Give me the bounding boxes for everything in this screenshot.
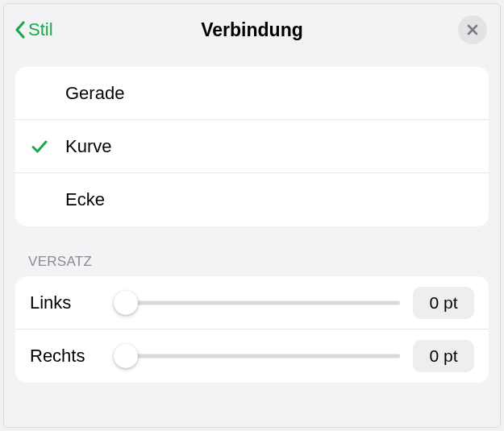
panel-header: Stil Verbindung bbox=[4, 4, 500, 52]
offset-section-header: Versatz bbox=[28, 254, 476, 270]
slider-thumb[interactable] bbox=[114, 291, 138, 315]
offset-slider-links[interactable] bbox=[115, 291, 400, 315]
close-button[interactable] bbox=[458, 15, 487, 44]
list-item-label: Ecke bbox=[65, 189, 105, 210]
connection-type-gerade[interactable]: Gerade bbox=[15, 67, 489, 120]
offset-label: Rechts bbox=[30, 346, 102, 367]
list-item-label: Gerade bbox=[65, 83, 124, 104]
panel-title: Verbindung bbox=[201, 19, 303, 41]
back-button[interactable]: Stil bbox=[14, 19, 53, 40]
slider-thumb[interactable] bbox=[114, 344, 138, 368]
slider-track bbox=[115, 300, 400, 305]
offset-group: Links 0 pt Rechts 0 pt bbox=[15, 276, 489, 383]
connection-type-list: Gerade Kurve Ecke bbox=[15, 67, 489, 226]
close-icon bbox=[466, 23, 479, 36]
connection-type-kurve[interactable]: Kurve bbox=[15, 120, 489, 173]
offset-value-rechts[interactable]: 0 pt bbox=[413, 340, 474, 372]
chevron-left-icon bbox=[14, 20, 27, 39]
offset-row-rechts: Rechts 0 pt bbox=[15, 329, 489, 383]
connection-panel: Stil Verbindung Gerade Kurve bbox=[3, 3, 501, 428]
offset-row-links: Links 0 pt bbox=[15, 276, 489, 329]
checkmark-icon bbox=[30, 137, 49, 156]
offset-label: Links bbox=[30, 292, 102, 313]
offset-slider-rechts[interactable] bbox=[115, 344, 400, 368]
back-label: Stil bbox=[28, 19, 53, 40]
connection-type-ecke[interactable]: Ecke bbox=[15, 173, 489, 226]
list-item-label: Kurve bbox=[65, 136, 111, 157]
check-slot bbox=[30, 137, 65, 156]
slider-track bbox=[115, 354, 400, 358]
offset-value-links[interactable]: 0 pt bbox=[413, 287, 474, 319]
